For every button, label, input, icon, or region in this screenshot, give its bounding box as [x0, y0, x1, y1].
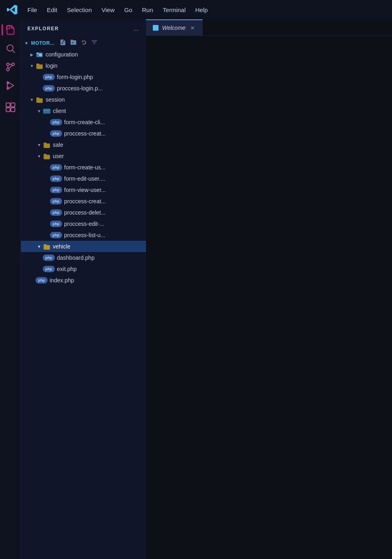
sale-label: sale — [53, 142, 63, 148]
title-bar: File Edit Selection View Go Run Terminal… — [0, 0, 392, 19]
chevron-right-icon: ▶ — [28, 51, 35, 58]
proccess-edit-label: proccess-edit-... — [64, 221, 104, 227]
chevron-down-icon-vehicle: ▼ — [35, 243, 43, 250]
menu-file[interactable]: File — [23, 5, 41, 15]
menu-edit[interactable]: Edit — [43, 5, 61, 15]
exit-label: exit.php — [57, 266, 77, 272]
tree-item-form-edit-user[interactable]: php form-edit-user.... — [21, 173, 146, 184]
proccess-login-label: proccess-login.p... — [57, 85, 103, 92]
tree-item-proccess-creat-user[interactable]: php proccess-creat... — [21, 196, 146, 207]
tab-welcome[interactable]: Welcome ✕ — [146, 19, 203, 35]
svg-rect-11 — [11, 108, 15, 112]
proccess-creat-client-label: proccess-creat... — [64, 130, 106, 137]
php-badge-form-create-cli: php — [50, 119, 62, 125]
menu-help[interactable]: Help — [191, 5, 212, 15]
menu-go[interactable]: Go — [120, 5, 136, 15]
proccess-delet-label: proccess-delet... — [64, 209, 106, 216]
tab-close-welcome[interactable]: ✕ — [189, 24, 196, 31]
root-folder-label[interactable]: MOTOR... — [31, 40, 54, 46]
client-label: client — [53, 108, 66, 114]
tabs-bar: Welcome ✕ — [146, 19, 392, 36]
tree-item-form-login[interactable]: php form-login.php — [21, 71, 146, 83]
content-area: Welcome ✕ — [146, 19, 392, 559]
folder-login-icon — [35, 62, 44, 70]
php-badge-proccess-delet: php — [50, 209, 62, 216]
activity-source-control[interactable] — [2, 58, 19, 76]
tree-item-proccess-list-u[interactable]: php proccess-list-u... — [21, 229, 146, 241]
svg-point-1 — [7, 45, 13, 51]
php-badge-index: php — [35, 277, 48, 284]
form-create-cli-label: form-create-cli... — [64, 119, 105, 125]
activity-files[interactable] — [2, 21, 19, 39]
svg-rect-16 — [43, 108, 50, 113]
tree-item-form-view-user[interactable]: php form-view-user... — [21, 184, 146, 196]
explorer-actions: ... — [133, 24, 140, 33]
tree-item-client[interactable]: ▼ client — [21, 105, 146, 117]
chevron-down-icon-user: ▼ — [35, 152, 43, 160]
tree-item-proccess-login[interactable]: php proccess-login.p... — [21, 83, 146, 94]
activity-extensions[interactable] — [2, 98, 19, 116]
svg-point-8 — [7, 87, 8, 89]
php-badge-proccess-creat-user: php — [50, 198, 62, 204]
php-badge-proccess-login: php — [43, 85, 55, 92]
editor-area — [146, 36, 392, 559]
php-badge-form-view-user: php — [50, 187, 62, 193]
proccess-creat-user-label: proccess-creat... — [64, 198, 106, 204]
folder-session-icon — [35, 96, 44, 104]
tree-item-proccess-delet[interactable]: php proccess-delet... — [21, 207, 146, 218]
refresh-icon[interactable] — [79, 39, 88, 47]
form-login-label: form-login.php — [57, 74, 93, 80]
svg-rect-10 — [11, 103, 15, 107]
new-folder-icon[interactable] — [69, 39, 78, 47]
tree-item-login[interactable]: ▼ login — [21, 60, 146, 71]
sidebar: EXPLORER ... ▼ MOTOR... — [21, 19, 146, 559]
chevron-down-icon-client: ▼ — [35, 107, 43, 115]
tree-item-vehicle[interactable]: ▼ vehicle — [21, 241, 146, 252]
tree-item-index[interactable]: php index.php — [21, 275, 146, 286]
svg-rect-12 — [6, 108, 10, 112]
tree-item-form-create-us[interactable]: php form-create-us... — [21, 162, 146, 173]
index-label: index.php — [50, 277, 74, 284]
new-file-icon[interactable] — [58, 39, 67, 47]
tree-item-exit[interactable]: php exit.php — [21, 263, 146, 275]
php-badge-exit: php — [43, 266, 55, 272]
svg-point-3 — [6, 63, 9, 66]
php-badge-proccess-list-u: php — [50, 232, 62, 238]
folder-vehicle-icon — [43, 242, 51, 250]
tree-item-dashboard[interactable]: php dashboard.php — [21, 252, 146, 263]
more-options-icon[interactable]: ... — [133, 24, 140, 33]
app-icon — [5, 2, 19, 17]
dashboard-label: dashboard.php — [57, 254, 94, 261]
activity-search[interactable] — [2, 40, 19, 57]
tab-welcome-label: Welcome — [162, 25, 186, 31]
chevron-down-icon-sale: ▼ — [35, 141, 43, 148]
file-tree: ▼ MOTOR... — [21, 36, 146, 559]
menu-terminal[interactable]: Terminal — [159, 5, 190, 15]
folder-client-icon — [43, 107, 51, 115]
svg-point-5 — [6, 68, 9, 71]
menu-selection[interactable]: Selection — [63, 5, 96, 15]
chevron-down-icon-session: ▼ — [28, 96, 35, 103]
tree-item-proccess-creat-client[interactable]: php proccess-creat... — [21, 128, 146, 139]
folder-user-icon — [43, 152, 51, 160]
svg-rect-14 — [36, 53, 39, 54]
tree-item-configuration[interactable]: ▶ configuration — [21, 49, 146, 60]
explorer-header: EXPLORER ... — [21, 19, 146, 36]
tree-item-form-create-cli[interactable]: php form-create-cli... — [21, 117, 146, 128]
menu-view[interactable]: View — [98, 5, 119, 15]
tree-item-sale[interactable]: ▼ sale — [21, 139, 146, 150]
tree-item-proccess-edit[interactable]: php proccess-edit-... — [21, 218, 146, 229]
php-badge-proccess-edit: php — [50, 221, 62, 227]
vehicle-label: vehicle — [53, 243, 71, 250]
collapse-all-icon[interactable] — [90, 39, 99, 47]
tree-item-user[interactable]: ▼ user — [21, 150, 146, 162]
tree-item-session[interactable]: ▼ session — [21, 94, 146, 105]
activity-debug[interactable] — [2, 77, 19, 94]
root-actions — [58, 39, 99, 47]
menu-run[interactable]: Run — [138, 5, 157, 15]
proccess-list-u-label: proccess-list-u... — [64, 232, 105, 238]
folder-sale-icon — [43, 141, 51, 149]
configuration-label: configuration — [46, 51, 78, 58]
php-badge-form-edit-user: php — [50, 175, 62, 182]
svg-rect-9 — [6, 103, 10, 107]
